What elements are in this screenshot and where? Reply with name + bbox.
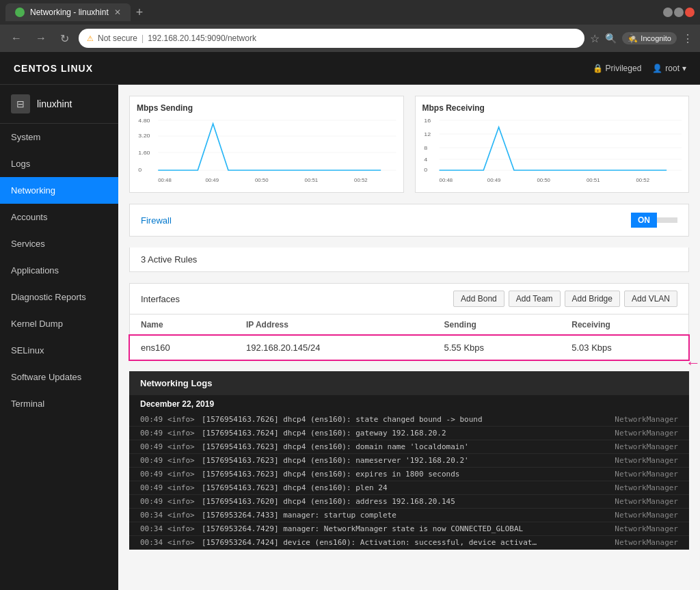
maximize-button[interactable]: □ [674,8,684,17]
log-time: 00:49 [140,497,167,506]
sidebar-item-services[interactable]: Services [0,230,118,257]
browser-tab[interactable]: Networking - linuxhint ✕ [5,3,131,21]
interface-actions: Add Bond Add Team Add Bridge Add VLAN [453,291,677,307]
interfaces-table: Name IP Address Sending Receiving ens160… [130,314,688,360]
user-badge[interactable]: 👤 root ▾ [652,64,686,73]
tab-close-button[interactable]: ✕ [114,8,121,17]
col-receiving: Receiving [561,314,688,336]
log-entry: 00:34 <info> [1576953264.7433] manager: … [129,509,689,522]
log-source: NetworkManager [582,442,678,451]
log-level: <info> [167,415,202,424]
refresh-button[interactable]: ↻ [56,29,73,48]
sidebar-item-system[interactable]: System [0,124,118,150]
col-sending: Sending [433,314,561,336]
svg-text:0: 0 [138,166,142,172]
log-level: <info> [167,470,202,479]
firewall-toggle-off[interactable] [657,217,677,223]
log-message: [1576954163.7623] dhcp4 (ens160): domain… [202,442,582,451]
interfaces-header: Interfaces Add Bond Add Team Add Bridge … [130,284,688,314]
sidebar-item-label: Networking [11,185,55,196]
log-level: <info> [167,456,202,465]
receiving-unit: Mbps [422,103,444,113]
add-team-button[interactable]: Add Team [509,291,561,307]
svg-text:00:51: 00:51 [586,177,600,183]
svg-text:00:50: 00:50 [255,177,269,183]
log-source: NetworkManager [582,497,678,506]
log-message: [1576954163.7624] dhcp4 (ens160): gatewa… [202,429,582,438]
svg-text:00:48: 00:48 [439,177,453,183]
log-source: NetworkManager [582,511,678,520]
sidebar-item-kernel-dump[interactable]: Kernel Dump [0,310,118,337]
sidebar-item-software-updates[interactable]: Software Updates [0,364,118,390]
sidebar-item-label: System [11,132,40,142]
minimize-button[interactable]: — [663,8,673,17]
add-bond-button[interactable]: Add Bond [453,291,504,307]
log-time: 00:34 [140,524,167,533]
bookmark-icon[interactable]: ☆ [590,32,600,45]
receiving-label: Receiving [446,103,485,113]
log-time: 00:49 [140,456,167,465]
log-source: NetworkManager [582,415,678,424]
incognito-label: Incognito [641,34,671,42]
content-area: Mbps Sending 4.80 3.20 1.60 0 [118,85,700,590]
log-level: <info> [167,511,202,520]
sidebar-item-label: SELinux [11,345,44,356]
log-message: [1576953264.7424] device (ens160): Activ… [202,538,582,547]
url-separator: | [142,33,144,43]
log-message: [1576954163.7620] dhcp4 (ens160): addres… [202,497,582,506]
sidebar-item-label: Applications [11,265,59,276]
search-icon[interactable]: 🔍 [605,33,617,44]
log-entry: 00:49 <info> [1576954163.7626] dhcp4 (en… [129,413,689,427]
close-button[interactable]: ✕ [685,8,695,17]
col-name: Name [130,314,235,336]
col-ip: IP Address [235,314,433,336]
sidebar: ⊟ linuxhint System Logs Networking Accou… [0,85,118,590]
svg-text:3.20: 3.20 [138,132,150,138]
log-message: [1576953264.7429] manager: NetworkManage… [202,524,582,533]
sidebar-item-diagnostic-reports[interactable]: Diagnostic Reports [0,284,118,310]
log-entry: 00:34 <info> [1576953264.7424] device (e… [129,536,689,550]
log-time: 00:34 [140,538,167,547]
add-vlan-button[interactable]: Add VLAN [624,291,677,307]
not-secure-label: Not secure [98,33,137,43]
new-tab-button[interactable]: + [131,5,149,20]
address-bar[interactable]: ⚠ Not secure | 192.168.20.145:9090/netwo… [79,29,584,48]
log-level: <info> [167,429,202,438]
firewall-toggle[interactable]: ON [631,213,677,228]
log-entry: 00:49 <info> [1576954163.7623] dhcp4 (en… [129,440,689,454]
menu-icon[interactable]: ⋮ [682,32,693,45]
add-bridge-button[interactable]: Add Bridge [565,291,620,307]
firewall-label[interactable]: Firewall [141,215,631,226]
sidebar-item-label: Logs [11,159,30,169]
log-message: [1576954163.7623] dhcp4 (ens160): expire… [202,470,582,479]
host-icon: ⊟ [11,94,30,113]
svg-text:4: 4 [424,156,427,162]
sending-chart-area: 4.80 3.20 1.60 0 00:48 00:49 [137,117,396,185]
firewall-toggle-on[interactable]: ON [631,213,657,228]
log-level: <info> [167,524,202,533]
sidebar-item-networking[interactable]: Networking [0,177,118,204]
user-dropdown-icon: ▾ [682,64,686,73]
forward-button[interactable]: → [31,29,51,47]
address-url: 192.168.20.145:9090/network [148,33,256,43]
incognito-icon: 🕵 [628,33,638,43]
svg-text:12: 12 [424,131,431,137]
iface-sending: 5.55 Kbps [433,336,561,360]
sidebar-item-logs[interactable]: Logs [0,150,118,177]
topbar-right: 🔒 Privileged 👤 root ▾ [593,64,686,73]
sidebar-item-accounts[interactable]: Accounts [0,204,118,230]
table-row[interactable]: ens160 192.168.20.145/24 5.55 Kbps 5.03 … [130,336,688,360]
back-button[interactable]: ← [7,29,26,47]
log-entry: 00:49 <info> [1576954163.7623] dhcp4 (en… [129,468,689,481]
sidebar-item-applications[interactable]: Applications [0,257,118,284]
interfaces-table-wrapper: Name IP Address Sending Receiving ens160… [130,314,688,360]
sidebar-item-selinux[interactable]: SELinux [0,337,118,364]
logs-date: December 22, 2019 [129,395,689,413]
sidebar-host: ⊟ linuxhint [0,85,118,124]
sidebar-item-terminal[interactable]: Terminal [0,390,118,417]
log-time: 00:49 [140,470,167,479]
sidebar-item-label: Kernel Dump [11,319,63,329]
log-message: [1576954163.7626] dhcp4 (ens160): state … [202,415,582,424]
sending-chart-card: Mbps Sending 4.80 3.20 1.60 0 [129,96,404,193]
browser-actions: ☆ 🔍 🕵 Incognito ⋮ [590,32,693,45]
